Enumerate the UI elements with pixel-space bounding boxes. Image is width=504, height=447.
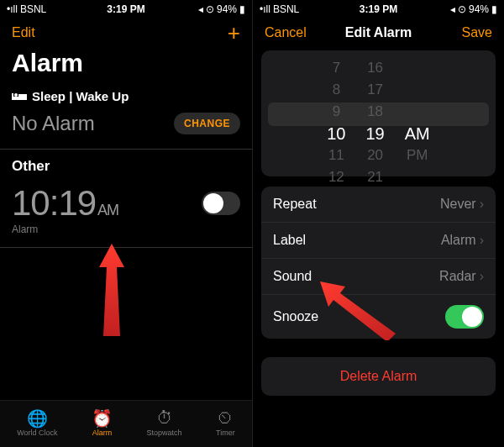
- battery-icon: ▮: [491, 3, 497, 15]
- change-button[interactable]: CHANGE: [174, 113, 240, 134]
- sleep-section: Sleep | Wake Up No Alarm CHANGE: [0, 84, 252, 144]
- sleep-head-label: Sleep | Wake Up: [32, 89, 129, 103]
- status-bar: •ıll BSNL 3:19 PM ◂ ⊙ 94% ▮: [253, 0, 504, 18]
- picker-minute-col[interactable]: 16 17 18 19 20 21: [366, 57, 385, 188]
- battery-pct: 94%: [217, 3, 237, 15]
- alarm-toggle[interactable]: [202, 192, 240, 215]
- svg-point-2: [14, 93, 18, 97]
- row-snooze: Snooze: [261, 295, 496, 339]
- screen-edit-alarm: •ıll BSNL 3:19 PM ◂ ⊙ 94% ▮ Cancel Edit …: [252, 0, 504, 447]
- tab-timer[interactable]: ⏲ Timer: [216, 408, 235, 437]
- alarm-settings-list: Repeat Never› Label Alarm› Sound Radar› …: [261, 187, 496, 339]
- battery-icon: ▮: [239, 3, 245, 15]
- alarm-item[interactable]: 10:19AM: [0, 178, 252, 224]
- row-value: Alarm: [441, 233, 476, 248]
- tab-bar: 🌐 World Clock ⏰ Alarm ⏱ Stopwatch ⏲ Time…: [0, 400, 252, 447]
- arrow-annotation: [91, 244, 133, 336]
- tab-world-clock[interactable]: 🌐 World Clock: [17, 408, 57, 437]
- location-icon: ◂: [198, 3, 203, 15]
- chevron-right-icon: ›: [480, 233, 484, 248]
- page-title: Alarm: [0, 47, 252, 84]
- alarm-time-ampm: AM: [97, 202, 118, 218]
- timer-icon: ⏲: [217, 408, 234, 427]
- snooze-toggle[interactable]: [445, 305, 484, 329]
- row-label: Sound: [273, 269, 312, 284]
- signal-icon: •ıll: [260, 3, 270, 15]
- signal-icon: •ıll: [7, 3, 18, 15]
- add-alarm-button[interactable]: +: [228, 22, 240, 44]
- carrier-label: BSNL: [273, 3, 299, 15]
- tab-alarm[interactable]: ⏰ Alarm: [92, 408, 113, 437]
- status-time: 3:19 PM: [107, 3, 144, 15]
- nav-title: Edit Alarm: [345, 25, 412, 40]
- row-label: Label: [273, 233, 306, 248]
- save-button[interactable]: Save: [462, 25, 492, 40]
- status-time: 3:19 PM: [360, 3, 397, 15]
- battery-pct: 94%: [469, 3, 489, 15]
- row-sound[interactable]: Sound Radar›: [261, 259, 496, 295]
- location-icon: ◂: [450, 3, 455, 15]
- alarm-time: 10:19AM: [12, 183, 118, 223]
- chevron-right-icon: ›: [480, 269, 484, 284]
- row-value: Radar: [439, 269, 476, 284]
- tab-label: Stopwatch: [147, 429, 182, 437]
- tab-label: World Clock: [17, 429, 57, 437]
- delete-alarm-button[interactable]: Delete Alarm: [261, 357, 496, 396]
- bed-icon: [12, 92, 27, 102]
- navbar: Cancel Edit Alarm Save: [253, 18, 504, 47]
- alarm-indicator-icon: ⊙: [458, 3, 466, 15]
- svg-rect-1: [12, 93, 13, 100]
- other-header: Other: [0, 150, 252, 178]
- stopwatch-icon: ⏱: [156, 408, 173, 427]
- tab-label: Timer: [216, 429, 235, 437]
- status-bar: •ıll BSNL 3:19 PM ◂ ⊙ 94% ▮: [0, 0, 252, 18]
- screen-alarm-list: •ıll BSNL 3:19 PM ◂ ⊙ 94% ▮ Edit + Alarm…: [0, 0, 252, 447]
- navbar: Edit +: [0, 18, 252, 47]
- svg-rect-0: [12, 97, 27, 100]
- divider: [0, 247, 252, 248]
- picker-ampm-col[interactable]: AM PM: [405, 57, 430, 188]
- globe-icon: 🌐: [27, 408, 48, 427]
- carrier-label: BSNL: [20, 3, 46, 15]
- time-picker[interactable]: 7 8 9 10 11 12 16 17 18 19 20 21 AM PM: [261, 50, 496, 176]
- alarm-time-value: 10:19: [12, 183, 96, 223]
- cancel-button[interactable]: Cancel: [265, 25, 307, 40]
- edit-button[interactable]: Edit: [12, 25, 35, 40]
- tab-label: Alarm: [92, 429, 113, 437]
- tab-stopwatch[interactable]: ⏱ Stopwatch: [147, 408, 182, 437]
- alarm-sublabel: Alarm: [0, 224, 252, 242]
- row-value: Never: [440, 197, 476, 212]
- alarm-icon: ⏰: [92, 408, 113, 427]
- chevron-right-icon: ›: [480, 197, 484, 212]
- picker-hour-col[interactable]: 7 8 9 10 11 12: [327, 57, 345, 188]
- no-alarm-label: No Alarm: [12, 112, 95, 135]
- row-label-setting[interactable]: Label Alarm›: [261, 223, 496, 259]
- row-label: Snooze: [273, 309, 318, 324]
- alarm-indicator-icon: ⊙: [206, 3, 214, 15]
- row-repeat[interactable]: Repeat Never›: [261, 187, 496, 223]
- row-label: Repeat: [273, 197, 317, 212]
- svg-rect-3: [18, 94, 27, 97]
